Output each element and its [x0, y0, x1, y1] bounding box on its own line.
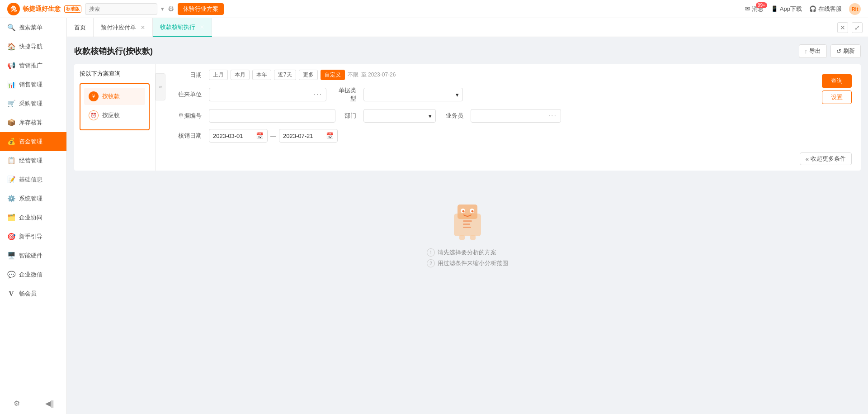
sidebar-item-purchase[interactable]: 🛒 采购管理: [0, 94, 66, 113]
date-btn-custom[interactable]: 自定义: [321, 70, 345, 80]
filter-fields-panel: 日期 上月 本月 本年 近7天 更多 自定义 不限 至 2023-07-26: [165, 64, 861, 171]
bill-no-input[interactable]: [209, 109, 335, 123]
dropdown-icon[interactable]: ▾: [161, 5, 164, 12]
settings-button[interactable]: 设置: [822, 90, 852, 104]
sidebar-item-marketing[interactable]: 📢 营销推广: [0, 56, 66, 75]
step-2-text: 用过滤条件来缩小分析范围: [438, 259, 508, 267]
brand-logo-area: 兔 畅捷通好生意 标准版: [7, 3, 81, 15]
sidebar-item-smart-hardware[interactable]: 🖥️ 智能硬件: [0, 246, 66, 265]
sidebar-item-search-menu[interactable]: 🔍 搜索菜单: [0, 18, 66, 37]
sidebar-item-wechat[interactable]: 💬 企业微信: [0, 265, 66, 284]
sidebar-settings-button[interactable]: ⚙: [9, 396, 24, 410]
wechat-icon: 💬: [7, 271, 15, 279]
sidebar-item-member[interactable]: V 畅会员: [0, 284, 66, 303]
online-service-button[interactable]: 🎧 在线客服: [809, 5, 842, 13]
sidebar-item-basic-info[interactable]: 📝 基础信息: [0, 170, 66, 189]
empty-illustration: [440, 198, 495, 243]
sidebar-label-finance: 资金管理: [19, 138, 42, 146]
search-menu-icon: 🔍: [7, 24, 15, 32]
svg-point-5: [472, 210, 474, 213]
writeoff-end-date-input[interactable]: 2023-07-21 📅: [279, 129, 338, 143]
collapse-conditions-label: 收起更多条件: [811, 155, 846, 163]
messages-button[interactable]: ✉ 消息 99+: [745, 5, 764, 13]
sidebar-item-quick-nav[interactable]: 🏠 快捷导航: [0, 37, 66, 56]
phone-icon: 📱: [771, 5, 778, 12]
filter-container: 按以下方案查询 ¥ 按收款 ⏰ 按应收 «: [74, 64, 861, 171]
svg-rect-8: [463, 220, 472, 222]
tab-expand-button[interactable]: ⤢: [852, 22, 863, 33]
sales-icon: 📊: [7, 81, 15, 89]
sidebar-item-inventory[interactable]: 📦 库存核算: [0, 113, 66, 132]
filter-row-date: 日期 上月 本月 本年 近7天 更多 自定义 不限 至 2023-07-26: [175, 70, 818, 80]
salesperson-input[interactable]: ···: [471, 109, 561, 123]
user-name-display: Rit: [852, 6, 859, 12]
app-download-label: App下载: [780, 5, 802, 13]
writeoff-end-date-text: 2023-07-21: [283, 133, 313, 139]
tab-prepay[interactable]: 预付冲应付单 ✕: [94, 18, 153, 37]
filter-scheme-panel: 按以下方案查询 ¥ 按收款 ⏰ 按应收: [74, 64, 156, 171]
bill-type-label: 单据类型: [334, 86, 356, 103]
search-input[interactable]: [85, 3, 157, 15]
writeoff-start-date-input[interactable]: 2023-03-01 📅: [209, 129, 268, 143]
top-bar-right: ✉ 消息 99+ 📱 App下载 🎧 在线客服 Rit: [745, 3, 861, 15]
receivable-icon: ⏰: [89, 110, 99, 120]
sidebar-item-sales[interactable]: 📊 销售管理: [0, 75, 66, 94]
refresh-button[interactable]: ↺ 刷新: [830, 44, 861, 58]
date-btn-last-month[interactable]: 上月: [209, 70, 228, 80]
content-area: 首页 预付冲应付单 ✕ 收款核销执行 ✕ ✕ ⤢ 收款核销执行(按收款) ↑: [67, 18, 868, 414]
date-btn-7days[interactable]: 近7天: [274, 70, 296, 80]
sidebar-collapse-button[interactable]: ◀‖: [42, 396, 57, 410]
message-icon: ✉: [745, 5, 750, 12]
svg-point-4: [462, 210, 465, 213]
sidebar-bottom: ⚙ ◀‖: [0, 392, 66, 414]
sidebar-item-operations[interactable]: 📋 经营管理: [0, 151, 66, 170]
empty-step-1: 1 请先选择要分析的方案: [427, 248, 508, 257]
tab-prepay-label: 预付冲应付单: [101, 24, 136, 32]
query-button[interactable]: 查询: [822, 74, 852, 88]
date-label: 日期: [175, 71, 202, 79]
export-button[interactable]: ↑ 导出: [799, 44, 827, 58]
sidebar-item-finance[interactable]: 💰 资金管理: [0, 132, 66, 151]
sidebar-label-operations: 经营管理: [19, 157, 42, 165]
date-shortcuts: 上月 本月 本年 近7天 更多 自定义 不限 至 2023-07-26: [209, 70, 396, 80]
tab-prepay-close-icon[interactable]: ✕: [141, 24, 145, 31]
user-avatar[interactable]: Rit: [849, 3, 861, 15]
sidebar-item-enterprise[interactable]: 🗂️ 企业协同: [0, 208, 66, 227]
app-download-button[interactable]: 📱 App下载: [771, 5, 802, 13]
filter-collapse-toggle[interactable]: «: [156, 73, 165, 100]
tab-home[interactable]: 首页: [67, 18, 94, 37]
sidebar-item-system[interactable]: ⚙️ 系统管理: [0, 189, 66, 208]
messages-badge: 99+: [756, 2, 767, 8]
gear-settings-icon[interactable]: ⚙: [168, 5, 174, 13]
filter-option-by-receipt[interactable]: ¥ 按收款: [84, 88, 145, 105]
writeoff-date-dash: —: [270, 133, 276, 139]
date-btn-this-year[interactable]: 本年: [252, 70, 271, 80]
page-actions: ↑ 导出 ↺ 刷新: [799, 44, 861, 58]
sidebar-item-guide[interactable]: 🎯 新手引导: [0, 227, 66, 246]
tab-receivables-close-icon[interactable]: ✕: [200, 24, 204, 30]
filter-scheme-title: 按以下方案查询: [80, 70, 150, 78]
bill-no-label: 单据编号: [175, 112, 202, 120]
date-btn-this-month[interactable]: 本月: [231, 70, 250, 80]
online-service-label: 在线客服: [818, 5, 842, 13]
sidebar-label-member: 畅会员: [19, 290, 37, 298]
marketing-icon: 📢: [7, 62, 15, 70]
tab-close-all-button[interactable]: ✕: [837, 22, 848, 33]
filter-option-by-receivable[interactable]: ⏰ 按应收: [84, 107, 145, 124]
refresh-label: 刷新: [843, 47, 855, 55]
date-btn-more[interactable]: 更多: [299, 70, 318, 80]
industry-plan-button[interactable]: 休验行业方案: [178, 3, 224, 15]
svg-rect-10: [463, 227, 471, 228]
sidebar: 🔍 搜索菜单 🏠 快捷导航 📢 营销推广 📊 销售管理 🛒 采购管理 📦 库存核…: [0, 18, 67, 414]
filter-row-writeoff-date: 核销日期 2023-03-01 📅 — 2023-07-21: [175, 129, 818, 143]
counterpart-input[interactable]: ···: [209, 88, 326, 101]
bill-type-dropdown-icon: ▾: [456, 91, 459, 98]
filter-option-receivable-label: 按应收: [102, 111, 120, 119]
bill-type-select[interactable]: ▾: [363, 88, 463, 101]
collapse-conditions-button[interactable]: « 收起更多条件: [800, 152, 852, 165]
step-1-number: 1: [427, 248, 435, 257]
quick-nav-icon: 🏠: [7, 43, 15, 51]
dept-select[interactable]: ▾: [363, 109, 436, 123]
tab-receivables[interactable]: 收款核销执行 ✕: [153, 18, 212, 37]
sidebar-label-sales: 销售管理: [19, 81, 42, 89]
